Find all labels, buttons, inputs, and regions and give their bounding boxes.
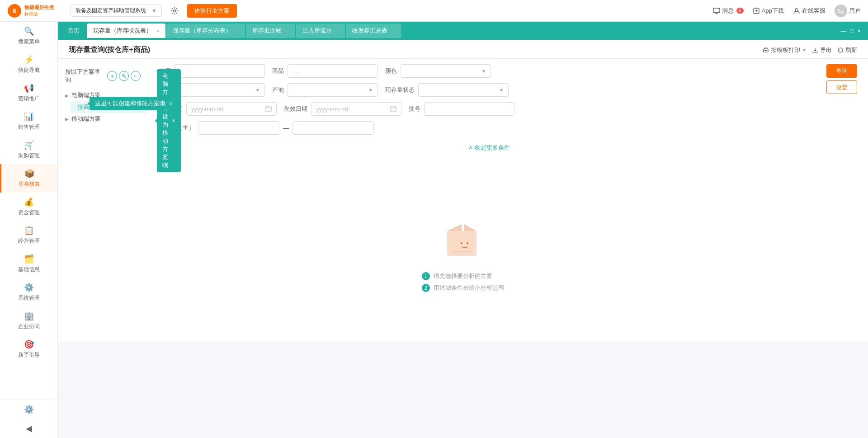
chevron-right-icon: ▶ <box>65 93 69 98</box>
lightning-icon: ⚡ <box>24 55 34 65</box>
sidebar-item-purchase[interactable]: 🛒 采购管理 <box>0 136 57 164</box>
filter-scheme-header: 按以下方案查询 + ✎ ← 电脑方案可设为移动方案哦 <box>58 64 148 86</box>
step-2-num: 2 <box>422 284 430 292</box>
tab-close-collect-summary[interactable]: × <box>392 28 395 33</box>
chevron-up-icon: ∧ <box>468 144 473 152</box>
message-btn[interactable]: 消息 6 <box>713 7 744 15</box>
add-scheme-btn[interactable]: + <box>107 71 117 81</box>
tab-close-inventory-status[interactable]: × <box>156 28 159 33</box>
filter-btn-group: 查询 设置 <box>826 64 857 94</box>
sidebar-item-marketing[interactable]: 📢 营销推广 <box>0 79 57 107</box>
tab-home[interactable]: 首页 <box>61 24 86 38</box>
online-service-btn[interactable]: 在线客服 <box>793 7 826 15</box>
scheme-tooltip-1-close[interactable]: × <box>172 117 175 124</box>
filter-item-expiry-date: 失效日期 yyyy-mm-dd <box>284 102 401 116</box>
color-select[interactable]: ▼ <box>401 64 491 78</box>
filter-item-origin: 产地 ▼ <box>272 83 378 97</box>
sidebar-item-operations[interactable]: 📋 经营管理 <box>0 221 57 250</box>
sidebar-item-sales[interactable]: 📊 销售管理 <box>0 107 57 136</box>
goods-select[interactable]: ... <box>288 64 378 78</box>
sidebar-item-quick-nav[interactable]: ⚡ 快捷导航 <box>0 50 57 79</box>
scheme-tooltip-2-close[interactable]: × <box>169 100 173 107</box>
warehouse-select[interactable]: ... <box>175 64 265 78</box>
size-select[interactable]: ▼ <box>175 83 265 97</box>
svg-point-14 <box>461 242 462 244</box>
logo-text: 畅捷通好生意 标准版 <box>24 4 54 17</box>
filter-main: 仓库 ... 商品 <box>148 59 868 161</box>
sidebar-item-inventory[interactable]: 📦 库存核算 <box>0 164 57 193</box>
minimize-btn[interactable]: — <box>841 28 847 34</box>
tab-close-inout-flow[interactable]: × <box>336 28 339 33</box>
sidebar-collapse-btn[interactable]: ◀ <box>0 419 57 438</box>
tab-close-inventory-dist[interactable]: × <box>236 28 239 33</box>
stock-main-to[interactable] <box>292 121 374 135</box>
stock-main-from[interactable] <box>198 121 279 135</box>
tab-window-actions: — □ × <box>837 28 864 34</box>
refresh-btn[interactable]: 刷新 <box>837 46 857 54</box>
tab-inventory-dist[interactable]: 现存量（库存分布表） × <box>166 24 245 38</box>
filter-row-1-wrap: 仓库 ... 商品 <box>159 64 857 155</box>
search-btn[interactable]: 查询 <box>826 64 857 78</box>
basic-info-icon: 🗂️ <box>24 254 34 264</box>
sidebar-item-guide[interactable]: 🎯 新手引导 <box>0 335 57 363</box>
chevron-down-icon: ▼ <box>802 47 807 52</box>
back-scheme-btn[interactable]: ← <box>131 71 141 81</box>
tab-batch-ledger[interactable]: 库存批次账 × <box>246 24 295 38</box>
filter-item-stock-main: 现存量（主） — <box>159 121 374 135</box>
filter-container: 按以下方案查询 + ✎ ← 电脑方案可设为移动方案哦 <box>58 59 868 161</box>
close-btn[interactable]: × <box>857 28 861 34</box>
template-print-btn[interactable]: 按模板打印 ▼ <box>763 46 807 54</box>
expiry-date-input[interactable]: yyyy-mm-dd <box>311 102 401 116</box>
system-selector[interactable]: 装备及固定资产辅助管理系统 ▼ <box>71 5 162 17</box>
page-title: 现存量查询(按仓库+商品) <box>69 45 150 55</box>
stock-status-select[interactable]: ▼ <box>418 83 509 97</box>
edit-scheme-btn[interactable]: ✎ <box>119 71 129 81</box>
stock-main-range: — <box>198 121 374 135</box>
empty-steps: 1 请先选择要分析的方案 2 用过滤条件来缩小分析范围 <box>422 272 504 292</box>
sidebar-item-search-menu[interactable]: 🔍 搜索菜单 <box>0 22 57 50</box>
user-menu[interactable]: Ea 用户 <box>835 5 861 17</box>
step-1-num: 1 <box>422 272 430 280</box>
svg-point-2 <box>173 9 175 12</box>
empty-state-area: 1 请先选择要分析的方案 2 用过滤条件来缩小分析范围 <box>58 161 868 342</box>
header-actions: 按模板打印 ▼ 导出 刷新 <box>763 46 857 54</box>
tab-inventory-status[interactable]: 现存量（库存状况表） × <box>87 24 165 38</box>
prod-date-input[interactable]: yyyy-mm-dd <box>186 102 277 116</box>
svg-point-15 <box>467 242 468 244</box>
chevron-down-icon-color: ▼ <box>481 69 486 74</box>
svg-rect-9 <box>391 107 396 112</box>
batch-input[interactable] <box>424 102 514 116</box>
chevron-down-icon-stock-status: ▼ <box>499 88 504 93</box>
sidebar-item-basic-info[interactable]: 🗂️ 基础信息 <box>0 250 57 278</box>
sidebar-item-enterprise[interactable]: 🏢 企业协同 <box>0 306 57 335</box>
industry-btn[interactable]: 体验行业方案 <box>187 4 237 18</box>
empty-step-1: 1 请先选择要分析的方案 <box>422 272 504 280</box>
scheme-desktop-items: 按商品 这里可以创建和修改方案哦 × <box>58 101 148 113</box>
settings-icon-btn[interactable] <box>167 4 182 18</box>
svg-marker-11 <box>447 224 462 231</box>
scheme-mobile[interactable]: ▶ 移动端方案 <box>58 113 148 125</box>
sidebar-item-system[interactable]: ⚙️ 系统管理 <box>0 278 57 306</box>
inventory-icon: 📦 <box>24 169 34 179</box>
scheme-tooltip-1: 电脑方案可设为移动方案哦 × <box>157 69 181 172</box>
maximize-btn[interactable]: □ <box>850 28 854 34</box>
scheme-tree: ▶ 电脑端方案 按商品 <box>58 86 148 128</box>
reset-btn[interactable]: 设置 <box>826 80 857 94</box>
sidebar-item-finance[interactable]: 💰 资金管理 <box>0 193 57 221</box>
sidebar: 🔍 搜索菜单 ⚡ 快捷导航 📢 营销推广 📊 销售管理 🛒 采购管理 📦 <box>0 22 58 438</box>
tab-inout-flow[interactable]: 出入库流水 × <box>296 24 345 38</box>
collapse-btn[interactable]: ∧ 收起更多条件 <box>159 140 819 155</box>
filter-fields: 仓库 ... 商品 <box>159 64 819 155</box>
tab-collect-summary[interactable]: 收发存汇总表 × <box>346 24 401 38</box>
sales-icon: 📊 <box>24 112 34 122</box>
tab-close-batch-ledger[interactable]: × <box>286 28 289 33</box>
origin-select[interactable]: ▼ <box>288 83 378 97</box>
top-bar: 6 畅捷通好生意 标准版 装备及固定资产辅助管理系统 ▼ 体验行业方案 消息 6 <box>0 0 868 22</box>
app-download-btn[interactable]: App下载 <box>753 7 784 15</box>
scheme-tooltip-2: 这里可以创建和修改方案哦 × <box>90 97 178 110</box>
tab-bar: 首页 现存量（库存状况表） × 现存量（库存分布表） × 库存批次账 × 出入库… <box>58 22 868 40</box>
sidebar-settings-btn[interactable]: ⚙️ <box>0 400 57 419</box>
enterprise-icon: 🏢 <box>24 311 34 321</box>
filter-row-1: 仓库 ... 商品 <box>159 64 819 78</box>
export-btn[interactable]: 导出 <box>812 46 832 54</box>
